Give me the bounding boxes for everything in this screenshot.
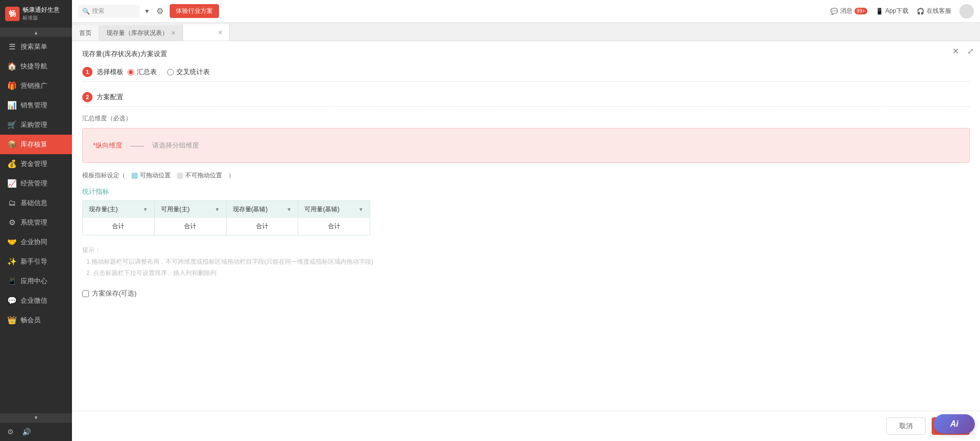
tab-home[interactable]: 首页	[72, 25, 99, 41]
sidebar-item-marketing[interactable]: 🎁 营销推广	[0, 76, 72, 96]
topbar-search-box[interactable]: 🔍 搜索	[78, 5, 140, 17]
draggable-badge: 可拖动位置	[132, 171, 171, 180]
phone-icon: 📱	[876, 8, 883, 15]
draggable-label: 可拖动位置	[140, 171, 171, 180]
dimension-placeholder: 请选择分组维度	[152, 141, 199, 150]
inventory-label: 库存核算	[21, 140, 47, 149]
dimension-area: *纵向维度 —— 请选择分组维度	[82, 128, 970, 163]
messages-badge: 99+	[855, 8, 867, 14]
ai-label: Ai	[950, 419, 958, 429]
tab-new-close[interactable]: ×	[218, 28, 222, 36]
topbar-dropdown-btn[interactable]: ▼	[144, 8, 150, 15]
stats-header-cell-0[interactable]: 现存量(主)▼	[83, 201, 155, 218]
sidebar-scroll-up-btn[interactable]: ▲	[0, 28, 72, 37]
sidebar-item-search-menu[interactable]: ☰ 搜索菜单	[0, 37, 72, 57]
dimension-form-label: 汇总维度（必选）	[82, 114, 970, 123]
topbar-messages[interactable]: 💬 消息 99+	[830, 7, 867, 15]
radio-summary-input[interactable]	[128, 69, 134, 76]
topbar-app-download[interactable]: 📱 App下载	[876, 7, 909, 15]
save-option-label: 方案保存(可选)	[92, 289, 137, 298]
sidebar-item-app-center[interactable]: 📱 应用中心	[0, 271, 72, 291]
tab-inventory-label: 现存量（库存状况表）	[106, 29, 168, 38]
sidebar-item-wechat[interactable]: 💬 企业微信	[0, 291, 72, 310]
stats-header-dropdown-0[interactable]: ▼	[143, 207, 148, 212]
non-draggable-badge: 不可拖动位置	[177, 171, 222, 180]
radio-summary-label: 汇总表	[137, 67, 157, 77]
radio-summary[interactable]: 汇总表	[128, 67, 157, 77]
sidebar-item-enterprise[interactable]: 🤝 企业协同	[0, 232, 72, 252]
topbar-online-service[interactable]: 🎧 在线客服	[917, 7, 951, 15]
sidebar-scroll-down-btn[interactable]: ▼	[0, 413, 72, 422]
stats-table-body: 合计合计合计合计	[83, 218, 370, 235]
tab-new-plan[interactable]: 新建方案 ×	[183, 24, 230, 41]
member-icon: 👑	[7, 316, 16, 325]
cancel-btn[interactable]: 取消	[886, 417, 925, 435]
tips-area: 提示： 1.拖动标题栏可以调整布局，不可跨维度或指标区域拖动栏目字段(只能在同一…	[82, 246, 970, 279]
sidebar-item-sales[interactable]: 📊 销售管理	[0, 96, 72, 115]
sidebar-item-operation[interactable]: 📈 经营管理	[0, 174, 72, 193]
marketing-icon: 🎁	[7, 81, 16, 90]
radio-cross-input[interactable]	[167, 69, 174, 76]
stats-header-label-1: 可用量(主)	[161, 205, 190, 214]
stats-header-dropdown-1[interactable]: ▼	[215, 207, 220, 212]
sidebar-item-new-guide[interactable]: ✨ 新手引导	[0, 252, 72, 271]
panel-title: 现存量(库存状况表)方案设置	[82, 49, 970, 59]
sidebar-bottom: ⚙ 🔊	[0, 422, 72, 441]
sidebar-item-system[interactable]: ⚙ 系统管理	[0, 213, 72, 232]
stats-header-dropdown-3[interactable]: ▼	[358, 207, 364, 212]
sidebar-item-basic-info[interactable]: 🗂 基础信息	[0, 193, 72, 213]
stats-section: 统计指标 现存量(主)▼可用量(主)▼现存量(基辅)▼可用量(基辅)▼ 合计合计…	[82, 187, 970, 237]
audio-icon[interactable]: 🔊	[22, 428, 31, 436]
user-avatar[interactable]	[959, 4, 974, 19]
search-placeholder: 搜索	[92, 7, 104, 15]
step1-badge: 1	[82, 67, 93, 77]
sidebar-item-inventory[interactable]: 📦 库存核算	[0, 135, 72, 154]
settings-panel: 现存量(库存状况表)方案设置 1 选择模板 汇总表 交叉统计表	[72, 41, 980, 441]
topbar-settings-icon[interactable]: ⚙	[154, 4, 166, 18]
save-option-checkbox[interactable]	[82, 290, 89, 297]
sidebar-item-member[interactable]: 👑 畅会员	[0, 310, 72, 330]
draggable-dot	[132, 173, 138, 179]
message-icon: 💬	[830, 8, 838, 15]
stats-header-cell-1[interactable]: 可用量(主)▼	[155, 201, 227, 218]
template-radio-group: 汇总表 交叉统计表	[128, 67, 210, 77]
purchase-label: 采购管理	[21, 120, 47, 130]
radio-cross[interactable]: 交叉统计表	[167, 67, 210, 77]
wechat-icon: 💬	[7, 296, 16, 305]
operation-icon: 📈	[7, 179, 16, 188]
sidebar-item-purchase[interactable]: 🛒 采购管理	[0, 115, 72, 135]
stats-body-cell-0: 合计	[83, 218, 155, 235]
stats-header-label-0: 现存量(主)	[89, 205, 118, 214]
system-icon: ⚙	[7, 218, 16, 227]
purchase-icon: 🛒	[7, 120, 16, 130]
enterprise-icon: 🤝	[7, 237, 16, 247]
stats-header-cell-3[interactable]: 可用量(基辅)▼	[298, 201, 370, 218]
new-guide-label: 新手引导	[21, 257, 47, 266]
tab-new-label: 新建方案	[190, 28, 215, 37]
window-controls: ✕ ⤢	[950, 45, 976, 57]
sidebar-item-quick-nav[interactable]: 🏠 快捷导航	[0, 57, 72, 76]
quick-nav-label: 快捷导航	[21, 62, 47, 71]
stats-header-cell-2[interactable]: 现存量(基辅)▼	[227, 201, 299, 218]
sales-label: 销售管理	[21, 101, 47, 110]
tip-item-2: 2. 点击标题栏下拉可设置排序、插入列和删除列	[82, 268, 970, 279]
tab-inventory-close[interactable]: ×	[171, 29, 175, 37]
expand-panel-btn[interactable]: ⤢	[965, 45, 976, 57]
close-panel-btn[interactable]: ✕	[950, 45, 961, 57]
stats-header-dropdown-2[interactable]: ▼	[286, 207, 292, 212]
sidebar-item-finance[interactable]: 💰 资金管理	[0, 154, 72, 174]
main-area: 🔍 搜索 ▼ ⚙ 体验行业方案 💬 消息 99+ 📱 App下载 🎧 在线客服	[72, 0, 980, 441]
trial-industry-btn[interactable]: 体验行业方案	[170, 4, 219, 18]
step2-title: 方案配置	[97, 93, 123, 102]
tips-title: 提示：	[82, 246, 970, 254]
tab-inventory-status[interactable]: 现存量（库存状况表） ×	[99, 25, 183, 41]
radio-cross-label: 交叉统计表	[176, 67, 210, 77]
settings-icon[interactable]: ⚙	[7, 428, 14, 436]
logo-icon: 畅	[5, 7, 20, 21]
content-area: ✕ ⤢ 现存量(库存状况表)方案设置 1 选择模板 汇总表	[72, 41, 980, 441]
headset-icon: 🎧	[917, 8, 924, 15]
ai-widget[interactable]: Ai	[934, 414, 975, 434]
save-option-row: 方案保存(可选)	[82, 289, 970, 298]
step1-section: 1 选择模板 汇总表 交叉统计表	[82, 67, 970, 82]
basic-info-icon: 🗂	[7, 198, 16, 208]
